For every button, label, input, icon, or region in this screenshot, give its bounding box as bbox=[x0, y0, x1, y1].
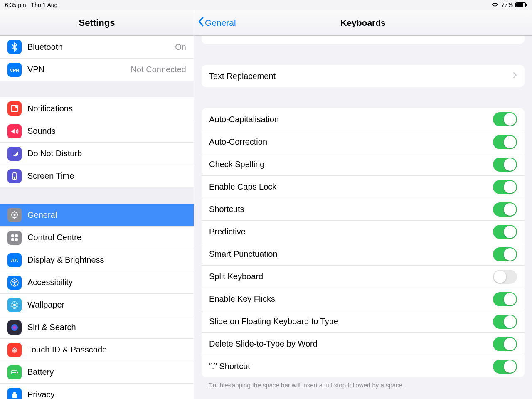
toggle-label: Slide on Floating Keyboard to Type bbox=[209, 317, 493, 326]
svg-rect-7 bbox=[14, 177, 15, 179]
status-battery-percent: 77% bbox=[501, 2, 513, 8]
svg-text:AA: AA bbox=[11, 258, 18, 264]
toggle-row-auto-capitalisation: Auto-Capitalisation bbox=[202, 108, 525, 131]
keyboard-toggles-card: Auto-CapitalisationAuto-CorrectionCheck … bbox=[202, 108, 525, 377]
toggle-label: Smart Punctuation bbox=[209, 249, 493, 259]
back-label: General bbox=[205, 18, 236, 28]
toggle-row-enable-caps-lock: Enable Caps Lock bbox=[202, 175, 525, 198]
toggle-switch[interactable] bbox=[493, 180, 517, 194]
sidebar-item-control-centre[interactable]: Control Centre bbox=[0, 226, 194, 249]
toggle-row-check-spelling: Check Spelling bbox=[202, 153, 525, 175]
privacy-icon bbox=[7, 388, 22, 399]
notifications-icon bbox=[7, 101, 22, 116]
sidebar-item-display-brightness[interactable]: AADisplay & Brightness bbox=[0, 249, 194, 271]
detail-pane: General Keyboards Text Replacement Auto-… bbox=[194, 10, 532, 399]
sidebar-group-notifications: NotificationsSoundsDo Not DisturbScreen … bbox=[0, 97, 194, 187]
sidebar-item-vpn[interactable]: VPNVPNNot Connected bbox=[0, 58, 194, 81]
chevron-left-icon bbox=[197, 17, 204, 29]
screentime-icon bbox=[7, 169, 22, 183]
toggle-row-enable-key-flicks: Enable Key Flicks bbox=[202, 288, 525, 310]
sidebar-item-label: Bluetooth bbox=[27, 42, 169, 52]
sidebar-item-label: Touch ID & Passcode bbox=[27, 345, 186, 355]
sidebar-item-general[interactable]: General bbox=[0, 204, 194, 226]
svg-rect-22 bbox=[12, 372, 16, 373]
sidebar-item-privacy[interactable]: Privacy bbox=[0, 383, 194, 399]
toggle-label: Split Keyboard bbox=[209, 272, 493, 281]
toggle-switch[interactable] bbox=[493, 270, 517, 284]
general-icon bbox=[7, 208, 22, 222]
vpn-icon: VPN bbox=[7, 63, 22, 77]
sidebar-item-bluetooth[interactable]: BluetoothOn bbox=[0, 36, 194, 58]
toggle-switch[interactable] bbox=[493, 337, 517, 351]
svg-rect-12 bbox=[11, 238, 14, 241]
sidebar-item-label: Do Not Disturb bbox=[27, 149, 186, 158]
toggle-switch[interactable] bbox=[493, 225, 517, 239]
sidebar-group-system: GeneralControl CentreAADisplay & Brightn… bbox=[0, 204, 194, 399]
status-time: 6:35 pm bbox=[5, 2, 26, 8]
toggle-row-split-keyboard: Split Keyboard bbox=[202, 265, 525, 288]
svg-point-20 bbox=[11, 324, 18, 331]
toggle-label: Enable Caps Lock bbox=[209, 182, 493, 192]
text-replacement-card: Text Replacement bbox=[202, 65, 525, 87]
sidebar-item-label: Wallpaper bbox=[27, 300, 186, 310]
svg-point-17 bbox=[13, 304, 16, 306]
dnd-icon bbox=[7, 147, 22, 161]
toggle-row-smart-punctuation: Smart Punctuation bbox=[202, 243, 525, 265]
text-replacement-label: Text Replacement bbox=[209, 71, 513, 81]
sidebar-item-value: Not Connected bbox=[131, 65, 186, 74]
text-replacement-row[interactable]: Text Replacement bbox=[202, 65, 525, 87]
sidebar-item-label: Sounds bbox=[27, 126, 186, 136]
sidebar-item-do-not-disturb[interactable]: Do Not Disturb bbox=[0, 142, 194, 165]
toggle-switch[interactable] bbox=[493, 315, 517, 329]
wallpaper-icon bbox=[7, 298, 22, 312]
sidebar-item-label: VPN bbox=[27, 65, 125, 74]
toggle-label: Auto-Capitalisation bbox=[209, 115, 493, 124]
sidebar-item-battery[interactable]: Battery bbox=[0, 361, 194, 383]
display-icon: AA bbox=[7, 253, 22, 267]
battery-icon bbox=[515, 2, 527, 8]
svg-point-5 bbox=[15, 105, 18, 108]
svg-text:VPN: VPN bbox=[10, 68, 19, 73]
status-date: Thu 1 Aug bbox=[31, 2, 58, 8]
toggle-switch[interactable] bbox=[493, 135, 517, 149]
sidebar-item-notifications[interactable]: Notifications bbox=[0, 97, 194, 120]
toggle-switch[interactable] bbox=[493, 112, 517, 126]
toggle-switch[interactable] bbox=[493, 158, 517, 172]
chevron-right-icon bbox=[513, 72, 517, 80]
toggle-switch[interactable] bbox=[493, 247, 517, 261]
toggle-label: “.” Shortcut bbox=[209, 362, 493, 371]
sidebar-item-wallpaper[interactable]: Wallpaper bbox=[0, 293, 194, 316]
back-button[interactable]: General bbox=[194, 17, 236, 29]
page-title: Keyboards bbox=[194, 18, 532, 28]
sidebar-item-sounds[interactable]: Sounds bbox=[0, 120, 194, 142]
detail-content[interactable]: Text Replacement Auto-CapitalisationAuto… bbox=[194, 36, 532, 399]
svg-point-16 bbox=[14, 280, 15, 281]
toggle-row-delete-slide-to-type-by-word: Delete Slide-to-Type by Word bbox=[202, 332, 525, 355]
siri-icon bbox=[7, 320, 22, 335]
accessibility-icon bbox=[7, 276, 22, 290]
sidebar-item-label: General bbox=[27, 210, 186, 220]
sidebar-title: Settings bbox=[0, 10, 194, 36]
svg-rect-11 bbox=[15, 234, 18, 237]
toggle-row-predictive: Predictive bbox=[202, 220, 525, 243]
settings-sidebar: Settings BluetoothOnVPNVPNNot Connected … bbox=[0, 10, 194, 399]
sidebar-item-label: Privacy bbox=[27, 390, 186, 399]
toggle-label: Delete Slide-to-Type by Word bbox=[209, 339, 493, 349]
sidebar-item-siri-search[interactable]: Siri & Search bbox=[0, 316, 194, 338]
toggle-switch[interactable] bbox=[493, 292, 517, 306]
sounds-icon bbox=[7, 124, 22, 138]
sidebar-item-accessibility[interactable]: Accessibility bbox=[0, 271, 194, 293]
sidebar-item-label: Battery bbox=[27, 367, 186, 377]
sidebar-item-screen-time[interactable]: Screen Time bbox=[0, 165, 194, 187]
svg-rect-13 bbox=[15, 238, 18, 241]
toggle-switch[interactable] bbox=[493, 202, 517, 217]
toggle-switch[interactable] bbox=[493, 360, 517, 374]
stub-card bbox=[202, 36, 525, 44]
nav-bar: General Keyboards bbox=[194, 10, 532, 36]
toggle-label: Enable Key Flicks bbox=[209, 294, 493, 304]
sidebar-item-touch-id-passcode[interactable]: Touch ID & Passcode bbox=[0, 338, 194, 361]
battery-icon bbox=[7, 365, 22, 379]
sidebar-item-label: Display & Brightness bbox=[27, 255, 186, 265]
toggle-row-slide-on-floating-keyboard-to-type: Slide on Floating Keyboard to Type bbox=[202, 310, 525, 332]
svg-rect-1 bbox=[516, 3, 523, 7]
